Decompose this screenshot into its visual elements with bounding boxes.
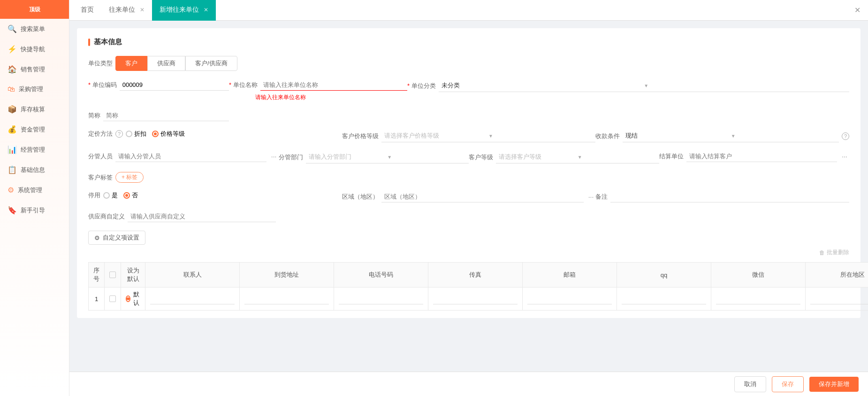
customer-level-select[interactable]: 请选择客户等级 ▼ <box>496 151 659 163</box>
region-input[interactable] <box>381 191 584 202</box>
sidebar-item-finance[interactable]: 💰 资金管理 <box>0 119 69 140</box>
cell-fax[interactable] <box>428 287 523 311</box>
col-address: 到货地址 <box>240 263 334 287</box>
disabled-yes[interactable]: 是 <box>103 191 118 200</box>
save-and-new-button[interactable]: 保存并新增 <box>809 377 859 392</box>
save-button[interactable]: 保存 <box>772 376 804 392</box>
sidebar-item-quicknav[interactable]: ⚡ 快捷导航 <box>0 39 69 59</box>
tab-partner-list[interactable]: 往来单位 ✕ <box>101 0 152 21</box>
cell-phone[interactable] <box>334 287 428 311</box>
footer-bar: 取消 保存 保存并新增 <box>69 372 868 396</box>
customer-price-level-select[interactable]: 请选择客户价格等级 ▼ <box>381 130 596 142</box>
sidebar-item-guide[interactable]: 🔖 新手引导 <box>0 200 69 220</box>
row-region-input[interactable] <box>810 293 868 304</box>
sidebar-item-label: 快捷导航 <box>21 45 45 54</box>
supplier-custom-input[interactable] <box>128 211 276 222</box>
cell-qq[interactable] <box>617 287 711 311</box>
payment-terms-select[interactable]: 现结 ▼ <box>623 130 839 142</box>
add-tag-button[interactable]: + 标签 <box>115 172 144 183</box>
unit-type-supplier-btn[interactable]: 供应商 <box>147 56 185 71</box>
phone-input[interactable] <box>339 293 423 304</box>
sidebar-item-basic-info[interactable]: 📋 基础信息 <box>0 160 69 180</box>
remark-input[interactable] <box>610 191 849 202</box>
tab-new-partner-close[interactable]: ✕ <box>204 7 208 13</box>
contact-input[interactable] <box>150 293 235 304</box>
qq-input[interactable] <box>622 293 706 304</box>
short-name-label: 简称 <box>88 111 100 120</box>
unit-type-group: 客户 供应商 客户/供应商 <box>115 56 237 71</box>
department-field: 分管部门 请输入分管部门 ▼ <box>279 151 469 163</box>
cell-email[interactable] <box>523 287 617 311</box>
unit-type-both-btn[interactable]: 客户/供应商 <box>185 56 237 71</box>
inventory-icon: 📦 <box>8 105 17 114</box>
default-radio[interactable]: 默认 <box>126 290 140 307</box>
disabled-yes-circle <box>103 192 110 199</box>
short-name-input[interactable] <box>103 110 229 121</box>
table-row: 1 默认 <box>89 287 868 311</box>
header-checkbox[interactable] <box>109 272 116 278</box>
disabled-region-row: 停用 是 否 区域（地区） ··· <box>88 191 849 202</box>
region-field: 区域（地区） ··· <box>342 191 596 202</box>
cell-contact[interactable] <box>145 287 240 311</box>
manager-ellipsis[interactable]: ··· <box>269 153 279 160</box>
cancel-button[interactable]: 取消 <box>734 376 766 392</box>
cell-index: 1 <box>89 287 105 311</box>
region-ellipsis[interactable]: ··· <box>586 193 596 201</box>
pricing-method-label: 定价方法 <box>88 130 113 138</box>
dept-arrow-icon: ▼ <box>387 155 466 160</box>
col-fax: 传真 <box>428 263 523 287</box>
sidebar-item-inventory[interactable]: 📦 库存核算 <box>0 99 69 119</box>
region-label: 区域（地区） <box>342 193 379 201</box>
cell-region[interactable] <box>806 287 868 311</box>
unit-category-select[interactable]: 未分类 ▼ <box>439 79 849 92</box>
close-all-tabs[interactable]: ✕ <box>851 6 864 15</box>
cust-level-arrow-icon: ▼ <box>578 155 656 160</box>
remark-label: 备注 <box>595 193 608 201</box>
table-header-row: 序号 设为默认 联系人 到货地址 电话号码 传真 邮箱 qq 微信 所在地区 操… <box>89 263 868 287</box>
sidebar-item-operations[interactable]: 📊 经营管理 <box>0 140 69 160</box>
row-checkbox[interactable] <box>109 295 116 302</box>
sidebar-item-system[interactable]: ⚙ 系统管理 <box>0 180 69 200</box>
sidebar-item-label: 销售管理 <box>21 65 45 74</box>
address-input[interactable] <box>244 293 329 304</box>
sidebar-item-search[interactable]: 🔍 搜索菜单 <box>0 19 69 39</box>
cell-wechat[interactable] <box>711 287 806 311</box>
pricing-help-icon[interactable]: ? <box>115 130 123 138</box>
pricing-radio-level[interactable]: 价格等级 <box>152 130 185 138</box>
content-area: 基本信息 单位类型 客户 供应商 客户/供应商 单位编码 <box>69 21 868 372</box>
sidebar-item-sales[interactable]: 🏠 销售管理 <box>0 59 69 79</box>
email-input[interactable] <box>527 293 612 304</box>
tab-partner-list-close[interactable]: ✕ <box>140 7 145 13</box>
pricing-row: 定价方法 ? 折扣 价格等级 客户价格等级 <box>88 130 849 142</box>
custom-settings-button[interactable]: ⚙ 自定义项设置 <box>88 231 145 245</box>
customer-tag-label: 客户标签 <box>88 173 113 182</box>
tab-new-partner[interactable]: 新增往来单位 ✕ <box>152 0 216 21</box>
quick-nav-icon: ⚡ <box>8 45 17 54</box>
sidebar-item-label: 采购管理 <box>19 85 43 93</box>
batch-delete-area: 🗑 批量删除 <box>88 248 849 256</box>
col-region: 所在地区 <box>806 263 868 287</box>
custom-settings-area: ⚙ 自定义项设置 <box>88 231 849 245</box>
disabled-field: 停用 是 否 <box>88 191 342 200</box>
payment-help-icon[interactable]: ? <box>842 132 849 140</box>
batch-delete-label[interactable]: 批量删除 <box>827 248 849 256</box>
manager-input[interactable] <box>115 151 266 162</box>
sidebar-item-purchase[interactable]: 🛍 采购管理 <box>0 79 69 99</box>
sidebar: 顶级 🔍 搜索菜单 ⚡ 快捷导航 🏠 销售管理 🛍 采购管理 📦 库存核算 💰 … <box>0 0 69 396</box>
unit-code-input[interactable] <box>120 79 229 91</box>
tab-home[interactable]: 首页 <box>73 0 101 21</box>
settlement-ellipsis[interactable]: ··· <box>840 153 849 160</box>
unit-code-field: 单位编码 <box>88 79 229 91</box>
customer-price-level-field: 客户价格等级 请选择客户价格等级 ▼ <box>342 130 596 142</box>
settlement-unit-field: 结算单位 ··· <box>659 151 850 162</box>
unit-name-input[interactable] <box>260 79 407 91</box>
wechat-input[interactable] <box>716 293 800 304</box>
unit-type-customer-btn[interactable]: 客户 <box>115 56 147 71</box>
department-select[interactable]: 请输入分管部门 ▼ <box>306 151 469 163</box>
col-phone: 电话号码 <box>334 263 428 287</box>
cell-address[interactable] <box>240 287 334 311</box>
fax-input[interactable] <box>433 293 518 304</box>
pricing-radio-discount[interactable]: 折扣 <box>126 130 146 138</box>
disabled-no[interactable]: 否 <box>123 191 138 200</box>
settlement-unit-input[interactable] <box>686 151 838 162</box>
